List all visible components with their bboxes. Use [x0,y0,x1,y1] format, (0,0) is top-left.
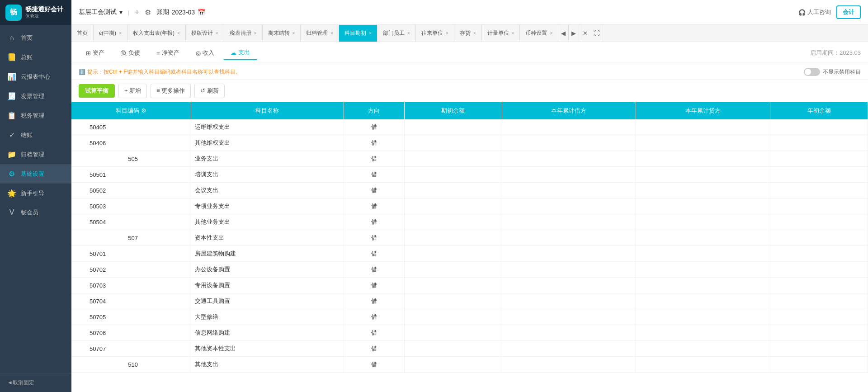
table-row[interactable]: 50704交通工具购置借 [71,293,868,309]
calendar-icon[interactable]: 📅 [198,9,205,16]
table-row[interactable]: 50702办公设备购置借 [71,262,868,278]
sidebar-item-reports[interactable]: 📊云报表中心 [0,67,71,86]
cell-ytd_debit-4 [502,183,636,198]
tab-close-period_close[interactable]: × [292,31,295,36]
sidebar-item-ledger[interactable]: 📒总账 [0,47,71,67]
sidebar-item-closing[interactable]: ✓结账 [0,125,71,145]
tab-label-period_close: 期末结转 [268,29,290,37]
tab-close-unit[interactable]: × [512,31,514,36]
cell-opening_balance-4 [404,183,502,198]
tab-archive_mgmt[interactable]: 归档管理× [301,25,339,42]
cell-opening_balance-10 [404,278,502,293]
cell-code-14: 50707 [71,341,191,357]
sidebar-item-archive[interactable]: 📁归档管理 [0,145,71,164]
tabs-nav-left[interactable]: ◀ [558,25,569,42]
sidebar-item-member[interactable]: V畅会员 [0,203,71,222]
table-row[interactable]: 505业务支出借 [71,151,868,167]
tab-inventory[interactable]: 存货× [454,25,482,42]
tab-dept_staff[interactable]: 部门员工× [377,25,416,42]
cell-opening_balance-0 [404,119,502,135]
account-btn[interactable]: 会计 [836,5,861,19]
sub-tabs-bar: ⊞资产负负债≡净资产◎收入☁支出启用期间：2023.03 [71,42,868,64]
hint-icon: ℹ️ [79,69,85,75]
tab-close-inventory[interactable]: × [473,31,476,36]
tab-label-tax_clear: 税表清册 [230,29,251,37]
sub-tab-expense[interactable]: ☁支出 [223,46,257,60]
table-row[interactable]: 507资本性支出借 [71,230,868,246]
sidebar-item-settings[interactable]: ⚙基础设置 [0,164,71,184]
tab-subject_init[interactable]: 科目期初× [339,25,377,42]
table-row[interactable]: 50701房屋建筑物购建借 [71,246,868,262]
sidebar-item-guide[interactable]: 🌟新手引导 [0,184,71,203]
table-row[interactable]: 50504其他业务支出借 [71,214,868,230]
cell-direction-0: 借 [344,119,404,135]
table-row[interactable]: 50503专项业务支出借 [71,198,868,214]
table-row[interactable]: 50705大型修缮借 [71,309,868,325]
sidebar-collapse-btn[interactable]: ◄取消固定 [0,373,71,392]
cell-direction-1: 借 [344,135,404,151]
tabs-nav-right[interactable]: ▶ [569,25,579,42]
sidebar-item-tax[interactable]: 📋税务管理 [0,106,71,125]
cell-opening_balance-8 [404,246,502,262]
balance-btn[interactable]: 试算平衡 [79,84,115,98]
tab-close-balance_mid[interactable]: × [119,31,122,36]
expand-btn[interactable]: ⛶ [591,25,603,42]
cell-opening_balance-11 [404,293,502,309]
cell-code-7: 507 [71,230,191,246]
tab-close-tax_clear[interactable]: × [254,31,257,36]
tab-close-currency[interactable]: × [550,31,552,36]
tab-close-partners[interactable]: × [446,31,448,36]
sidebar-item-invoice[interactable]: 🧾发票管理 [0,86,71,106]
tab-partners[interactable]: 往来单位× [416,25,454,42]
nav-icon-closing: ✓ [7,131,16,139]
company-settings-btn[interactable]: ⚙ [145,8,151,17]
cell-code-1: 50406 [71,135,191,151]
tab-template[interactable]: 模版设计× [186,25,224,42]
tab-period_close[interactable]: 期末结转× [263,25,301,42]
cell-ytd_credit-1 [636,135,770,151]
add-company-btn[interactable]: + [135,8,139,16]
more-actions-btn[interactable]: ≡ 更多操作 [151,84,191,98]
service-btn[interactable]: 🎧 人工咨询 [798,8,831,16]
tab-close-archive_mgmt[interactable]: × [330,31,333,36]
tab-close-income_annual[interactable]: × [177,31,180,36]
nav-icon-member: V [7,208,16,217]
disabled-subjects-toggle[interactable] [804,68,820,76]
sub-tab-liability[interactable]: 负负债 [113,46,147,60]
table-row[interactable]: 50502会议支出借 [71,183,868,198]
tab-close-dept_staff[interactable]: × [407,31,410,36]
table-row[interactable]: 50406其他维权支出借 [71,135,868,151]
sub-tab-icon-income: ◎ [196,50,201,57]
table-row[interactable]: 50703专用设备购置借 [71,278,868,293]
table-row[interactable]: 50501培训支出借 [71,167,868,183]
cell-opening_balance-15 [404,357,502,373]
tab-unit[interactable]: 计量单位× [482,25,520,42]
add-btn[interactable]: + 新增 [118,84,147,98]
col-header-code[interactable]: 科目编码 ⚙ [71,102,191,119]
toggle-label: 不显示禁用科目 [804,68,861,76]
tab-income_annual[interactable]: 收入支出表(年报)× [127,25,186,42]
nav-icon-home: ⌂ [7,34,16,42]
tab-home[interactable]: 首页 [71,25,94,42]
sub-tab-income[interactable]: ◎收入 [189,46,222,60]
table-row[interactable]: 50706信息网络购建借 [71,325,868,341]
cell-ytd_debit-11 [502,293,636,309]
sidebar-item-home[interactable]: ⌂首页 [0,28,71,47]
topbar: 基层工会测试 ▾ | + ⚙ 账期 2023-03 📅 🎧 人工咨询 会计 [71,0,868,25]
content-area: ⊞资产负负债≡净资产◎收入☁支出启用期间：2023.03 ℹ️ 提示：按Ctrl… [71,42,868,392]
refresh-btn[interactable]: ↺ 刷新 [194,84,225,98]
close-all-tabs-btn[interactable]: ✕ [579,25,591,42]
tab-label-subject_init: 科目期初 [344,29,366,37]
tab-close-subject_init[interactable]: × [369,31,372,36]
action-toolbar: 试算平衡 + 新增 ≡ 更多操作 ↺ 刷新 [71,80,868,102]
table-row[interactable]: 50707其他资本性支出借 [71,341,868,357]
table-row[interactable]: 50405运维维权支出借 [71,119,868,135]
company-selector[interactable]: 基层工会测试 ▾ [79,8,123,16]
tab-close-template[interactable]: × [216,31,218,36]
tab-balance_mid[interactable]: є(中期)× [94,25,127,42]
tab-currency[interactable]: 币种设置× [520,25,558,42]
sub-tab-net_asset[interactable]: ≡净资产 [149,46,187,60]
tab-tax_clear[interactable]: 税表清册× [224,25,263,42]
sub-tab-asset[interactable]: ⊞资产 [79,46,112,60]
table-row[interactable]: 510其他支出借 [71,357,868,373]
